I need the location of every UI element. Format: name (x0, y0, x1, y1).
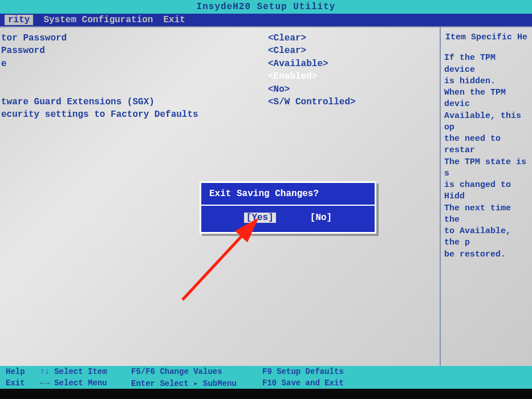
help-line: is changed to Hidd (444, 180, 529, 203)
setting-row[interactable]: e <Available> (0, 58, 440, 70)
setting-label: tor Password (0, 32, 268, 44)
setting-label (0, 70, 268, 83)
footer-exit: Exit (0, 378, 40, 388)
setting-label: tware Guard Extensions (SGX) (0, 96, 268, 108)
setting-value[interactable]: <Available> (268, 58, 440, 70)
setting-label: ecurity settings to Factory Defaults (0, 108, 268, 121)
setting-row[interactable]: Password <Clear> (0, 44, 440, 57)
footer-save-exit: F10 Save and Exit (262, 378, 428, 388)
setting-value[interactable]: <S/W Controlled> (268, 96, 440, 108)
footer-submenu: Enter Select ▸ SubMenu (131, 378, 262, 388)
setting-value[interactable] (268, 108, 440, 121)
setting-row-selected[interactable]: <Enabled> (0, 70, 440, 83)
help-line: is hidden. (444, 76, 529, 87)
setting-value[interactable]: <Enabled> (268, 70, 440, 83)
help-title: Item Specific He (444, 32, 529, 43)
help-line: When the TPM devic (444, 87, 529, 111)
menu-bar[interactable]: rity System Configuration Exit (0, 14, 532, 26)
help-line: the need to restar (444, 133, 529, 157)
setting-label: e (0, 58, 268, 70)
setting-value[interactable]: <Clear> (268, 44, 440, 57)
title-bar: InsydeH20 Setup Utility (0, 0, 532, 14)
dialog-title: Exit Saving Changes? (201, 183, 375, 206)
footer-select-item: ↑↓ Select Item (40, 367, 131, 376)
menu-tab-exit[interactable]: Exit (163, 15, 185, 25)
help-line: The TPM state is s (444, 157, 529, 180)
dialog-buttons: [Yes] [No] (201, 206, 375, 232)
dialog-no-button[interactable]: [No] (310, 213, 332, 223)
menu-tab-security[interactable]: rity (5, 15, 33, 25)
utility-title: InsydeH20 Setup Utility (197, 2, 336, 12)
help-line: The next time the (444, 203, 529, 226)
setting-row[interactable]: tor Password <Clear> (0, 32, 440, 44)
setting-row[interactable]: tware Guard Extensions (SGX) <S/W Contro… (0, 96, 440, 108)
footer-setup-defaults: F9 Setup Defaults (262, 367, 428, 376)
help-line: be restored. (444, 249, 529, 260)
footer-change-values: F5/F6 Change Values (131, 367, 262, 376)
setting-row[interactable]: ecurity settings to Factory Defaults (0, 108, 440, 121)
setting-value[interactable]: <Clear> (268, 32, 440, 44)
footer-bar: Help ↑↓ Select Item F5/F6 Change Values … (0, 366, 532, 389)
help-line: If the TPM device (444, 52, 529, 76)
setting-label (0, 83, 268, 96)
monitor-bezel (0, 389, 532, 399)
setting-label: Password (0, 44, 268, 57)
menu-tab-system-configuration[interactable]: System Configuration (43, 15, 153, 25)
setting-value[interactable]: <No> (268, 83, 440, 96)
exit-dialog: Exit Saving Changes? [Yes] [No] (200, 181, 376, 234)
footer-help: Help (0, 367, 40, 376)
setting-row[interactable]: <No> (0, 83, 440, 96)
help-line: Available, this op (444, 111, 529, 134)
bios-screen: InsydeH20 Setup Utility rity System Conf… (0, 0, 532, 399)
footer-select-menu: ←→ Select Menu (40, 378, 131, 388)
help-panel: Item Specific He If the TPM device is hi… (440, 27, 532, 367)
help-line: to Available, the p (444, 226, 529, 249)
dialog-yes-button[interactable]: [Yes] (244, 213, 276, 223)
